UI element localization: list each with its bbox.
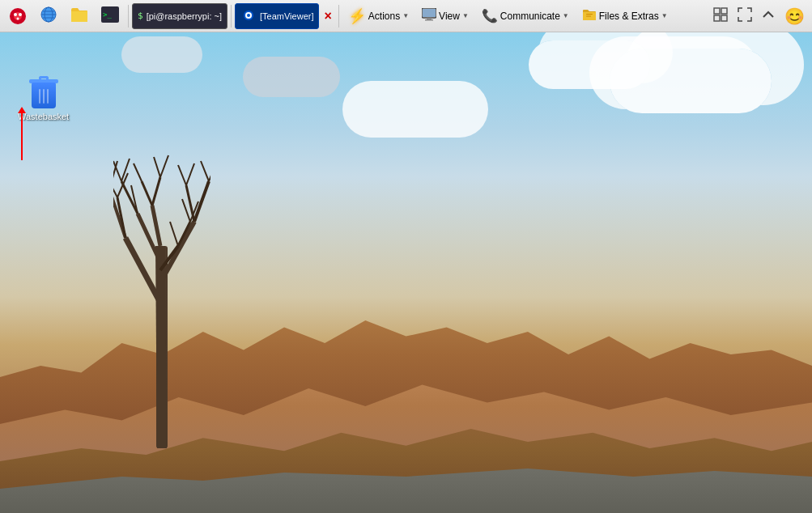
svg-line-8	[160, 222, 194, 282]
pi-terminal-icon: $	[138, 11, 143, 21]
svg-point-34	[19, 13, 22, 16]
terminal-app-button[interactable]: >_	[96, 3, 125, 29]
teamviewer-icon	[240, 7, 257, 25]
expand-icon	[738, 7, 752, 24]
taskbar: >_ $ [pi@raspberrypi: ~] [TeamViewer] × …	[0, 0, 812, 32]
cloud-2	[529, 40, 650, 89]
svg-point-33	[14, 13, 17, 16]
communicate-menu-button[interactable]: 📞 Communicate ▼	[476, 3, 575, 29]
svg-rect-53	[714, 8, 720, 14]
teamviewer-label: [TeamViewer]	[260, 11, 313, 21]
svg-rect-49	[427, 18, 432, 19]
teamviewer-button[interactable]: [TeamViewer]	[235, 3, 319, 29]
actions-chevron: ▼	[402, 12, 409, 19]
svg-rect-51	[586, 14, 593, 15]
pi-terminal-button[interactable]: $ [pi@raspberrypi: ~]	[132, 3, 227, 29]
pi-terminal-label: [pi@raspberrypi: ~]	[147, 11, 222, 21]
svg-text:>_: >_	[103, 11, 112, 19]
desktop-icon-wastebasket[interactable]: Wastebasket	[15, 73, 72, 125]
desktop-background: Wastebasket	[0, 32, 812, 513]
chevron-up-icon	[762, 8, 775, 23]
terminal-app-icon: >_	[101, 6, 119, 25]
separator-3	[338, 5, 339, 28]
trash-body	[32, 83, 56, 108]
files-extras-menu-button[interactable]: Files & Extras ▼	[576, 3, 674, 29]
svg-line-6	[113, 177, 117, 197]
svg-line-13	[178, 165, 186, 185]
close-teamviewer-button[interactable]: ×	[321, 9, 334, 23]
monitor-icon	[422, 8, 436, 23]
actions-label: Actions	[368, 11, 400, 22]
trash-icon	[29, 76, 58, 108]
svg-line-25	[160, 155, 168, 177]
svg-line-28	[170, 222, 178, 246]
svg-rect-48	[423, 9, 436, 17]
files-extras-label: Files & Extras	[599, 11, 659, 22]
browser-button[interactable]	[34, 3, 63, 29]
svg-rect-56	[721, 15, 727, 21]
svg-line-16	[121, 181, 138, 214]
svg-line-20	[152, 206, 160, 246]
svg-line-14	[186, 163, 194, 185]
svg-line-23	[134, 163, 142, 181]
separator-1	[128, 5, 129, 28]
rpi-menu-button[interactable]	[3, 3, 32, 29]
globe-icon	[40, 6, 57, 26]
svg-point-46	[247, 14, 250, 17]
trash-lines	[39, 89, 49, 104]
svg-rect-50	[425, 19, 433, 21]
svg-rect-54	[721, 8, 727, 14]
cloud-4	[342, 81, 488, 138]
grid-view-button[interactable]	[709, 3, 732, 29]
collapse-button[interactable]	[758, 3, 779, 29]
emoji-button[interactable]: 😊	[780, 3, 809, 29]
svg-line-9	[194, 181, 209, 222]
files-extras-chevron: ▼	[661, 12, 668, 19]
svg-point-35	[17, 17, 19, 19]
svg-line-12	[201, 161, 209, 181]
folder-icon	[70, 6, 88, 25]
view-chevron: ▼	[462, 12, 469, 19]
phone-icon: 📞	[482, 8, 498, 23]
taskbar-right-icons: 😊	[709, 3, 809, 29]
svg-line-22	[152, 177, 160, 206]
communicate-label: Communicate	[500, 11, 560, 22]
fullscreen-button[interactable]	[733, 3, 756, 29]
cloud-3	[243, 57, 340, 97]
files-folder-icon	[582, 8, 597, 23]
separator-2	[231, 5, 232, 28]
close-icon: ×	[324, 9, 331, 23]
view-menu-button[interactable]: View ▼	[416, 3, 474, 29]
raspberry-pi-icon	[9, 7, 27, 25]
communicate-chevron: ▼	[563, 12, 569, 19]
svg-line-21	[142, 181, 152, 206]
red-arrow-indicator	[21, 112, 23, 160]
cloud-5	[121, 36, 202, 73]
smiley-icon: 😊	[784, 6, 805, 26]
tree-branches	[113, 141, 210, 448]
view-label: View	[439, 11, 460, 22]
svg-rect-55	[714, 15, 720, 21]
svg-line-24	[154, 157, 160, 177]
grid-icon	[713, 7, 728, 24]
actions-menu-button[interactable]: ⚡ Actions ▼	[342, 3, 415, 29]
svg-line-11	[209, 157, 210, 181]
lightning-icon: ⚡	[348, 7, 366, 25]
svg-rect-52	[586, 16, 591, 17]
file-manager-button[interactable]	[65, 3, 94, 29]
dead-tree	[113, 141, 210, 448]
